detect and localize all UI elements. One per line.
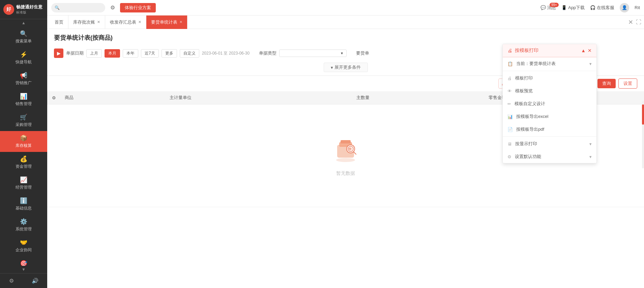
- dropdown-item-export-pdf[interactable]: 📄 按模板导出pdf: [503, 123, 596, 136]
- topbar-gear-btn[interactable]: ⚙: [108, 3, 117, 12]
- tab-order-stats[interactable]: 要货单统计表 ✕: [146, 15, 187, 29]
- order-goods-label: 要货单: [356, 50, 369, 56]
- print-dropdown-menu: 🖨 按模板打印 ▲ ✕ 📋 当前：要货单统计表 ▾ 🖨 模板打印 👁 模板预览 …: [502, 44, 597, 163]
- trial-industry-button[interactable]: 体验行业方案: [120, 3, 156, 12]
- dropdown-header-left: 🖨 按模板打印: [507, 47, 538, 54]
- dropdown-default-func[interactable]: ⚙ 设置默认功能 ▾: [503, 150, 596, 163]
- date-btn-last-month[interactable]: 上月: [86, 49, 102, 58]
- empty-state-text: 暂无数据: [336, 170, 355, 177]
- dropdown-template-print-icon: 🖨: [507, 76, 512, 81]
- expand-more-chevron-icon: ▾: [331, 65, 333, 70]
- dropdown-item-template-print[interactable]: 🖨 模板打印: [503, 72, 596, 85]
- app-title: 畅捷通好生意: [16, 4, 42, 10]
- sidebar-item-purchase[interactable]: 🛒 采购管理: [0, 110, 47, 131]
- dropdown-display-print-left: 🖥 按显示打印: [507, 141, 537, 147]
- dropdown-template-preview-icon: 👁: [507, 89, 512, 94]
- query-button[interactable]: 查询: [597, 79, 616, 88]
- sidebar-item-marketing[interactable]: 📢 营销推广: [0, 68, 47, 89]
- operations-icon: 📈: [20, 176, 27, 184]
- tab-home[interactable]: 首页: [50, 15, 68, 29]
- app-subtitle: 标准版: [16, 10, 42, 14]
- dropdown-export-pdf-label: 按模板导出pdf: [516, 126, 544, 132]
- topbar-search-box[interactable]: 🔍: [51, 3, 105, 12]
- sidebar-scroll-up[interactable]: ▲: [0, 19, 47, 27]
- sidebar-item-system[interactable]: ⚙️ 系统管理: [0, 215, 47, 235]
- dropdown-display-print[interactable]: 🖥 按显示打印 ▾: [503, 137, 596, 150]
- dropdown-close-icon[interactable]: ✕: [588, 48, 592, 53]
- sidebar-scroll-down[interactable]: ▼: [0, 266, 47, 273]
- dropdown-current-chevron: ▾: [589, 61, 592, 66]
- th-settings[interactable]: ⚙: [47, 91, 61, 104]
- sidebar-item-finance[interactable]: 💰 资金管理: [0, 152, 47, 173]
- topbar: 🔍 ⚙ 体验行业方案 💬 消息 99+ 📱 App下载 🎧 在线客服 👤 Rit: [47, 0, 644, 15]
- notification-btn[interactable]: 💬 消息 99+: [540, 5, 556, 11]
- sidebar-item-cooperation[interactable]: 🤝 企业协同: [0, 235, 47, 256]
- tab-inventory-batch-close[interactable]: ✕: [97, 20, 100, 24]
- settings-bottom-btn[interactable]: ⚙: [6, 276, 17, 285]
- dropdown-divider-2: [503, 136, 596, 137]
- sidebar-item-label: 资金管理: [16, 164, 32, 169]
- tabs-expand-btn[interactable]: ⛶: [636, 19, 641, 25]
- app-download-btn[interactable]: 📱 App下载: [561, 5, 585, 11]
- notification-badge: 99+: [550, 3, 559, 7]
- dropdown-collapse-icon[interactable]: ▲: [581, 48, 586, 53]
- sidebar-item-quick-nav[interactable]: ⚡ 快捷导航: [0, 47, 47, 68]
- dropdown-export-pdf-icon: 📄: [507, 127, 513, 132]
- audio-bottom-btn[interactable]: 🔊: [29, 276, 41, 285]
- sidebar-item-guide[interactable]: 🎯 新手引导: [0, 256, 47, 266]
- tab-inventory-batch[interactable]: 库存批次账 ✕: [68, 15, 105, 29]
- date-btn-this-month[interactable]: 本月: [105, 49, 120, 58]
- tab-receipts-summary[interactable]: 收发存汇总表 ✕: [105, 15, 146, 29]
- tab-receipts-summary-label: 收发存汇总表: [110, 19, 136, 25]
- dropdown-item-template-preview[interactable]: 👁 模板预览: [503, 85, 596, 97]
- sidebar-nav: 🔍 搜索菜单 ⚡ 快捷导航 📢 营销推广 📊 销售管理 🛒 采购管理 📦 库存核…: [0, 27, 47, 266]
- date-btn-custom[interactable]: 自定义: [180, 49, 199, 58]
- tab-home-label: 首页: [55, 19, 63, 25]
- date-btn-this-year[interactable]: 本年: [123, 49, 138, 58]
- dropdown-current-item[interactable]: 📋 当前：要货单统计表 ▾: [503, 57, 596, 70]
- svg-point-0: [336, 158, 355, 162]
- topbar-search-icon: 🔍: [55, 5, 60, 10]
- sales-icon: 📊: [20, 93, 27, 100]
- tab-order-stats-close[interactable]: ✕: [179, 20, 182, 24]
- topbar-left: 🔍 ⚙ 体验行业方案: [51, 3, 156, 12]
- online-service-btn[interactable]: 🎧 在线客服: [590, 5, 614, 11]
- sidebar-item-sales[interactable]: 📊 销售管理: [0, 89, 47, 110]
- settings-button[interactable]: 设置: [618, 78, 637, 89]
- tabs-close-all-btn[interactable]: ✕: [628, 19, 633, 26]
- guide-icon: 🎯: [20, 260, 27, 266]
- table-settings-icon[interactable]: ⚙: [52, 95, 56, 100]
- dropdown-header-right: ▲ ✕: [581, 48, 592, 53]
- sidebar-item-label: 企业协同: [16, 247, 32, 253]
- notification-icon: 💬: [540, 5, 546, 10]
- sidebar-item-operations[interactable]: 📈 经营管理: [0, 173, 47, 194]
- app-logo-icon: 好: [3, 4, 14, 15]
- expand-more-button[interactable]: ▾ 展开更多条件: [324, 63, 368, 72]
- date-range-text: 2023-06-01 至 2023-06-30: [202, 51, 250, 56]
- dropdown-default-func-left: ⚙ 设置默认功能: [507, 154, 541, 160]
- sidebar-item-label: 采购管理: [16, 122, 32, 128]
- scrollbar-indicator[interactable]: [642, 101, 644, 168]
- order-type-dropdown[interactable]: ▾: [279, 50, 347, 57]
- sidebar-item-inventory[interactable]: 📦 库存核算: [0, 131, 47, 152]
- sidebar-item-label: 经营管理: [16, 185, 32, 190]
- date-btn-more[interactable]: 更多: [162, 49, 177, 58]
- sidebar-item-base-info[interactable]: ℹ️ 基础信息: [0, 194, 47, 215]
- online-service-label: 在线客服: [597, 5, 614, 11]
- order-type-chevron: ▾: [341, 51, 343, 56]
- search-nav-icon: 🔍: [20, 30, 27, 37]
- dropdown-current-left: 📋 当前：要货单统计表: [507, 61, 556, 67]
- dropdown-item-export-excel[interactable]: 📊 按模板导出excel: [503, 110, 596, 123]
- dropdown-item-template-custom[interactable]: ✏ 模板自定义设计: [503, 97, 596, 110]
- sidebar-item-label: 搜索菜单: [16, 38, 32, 44]
- sidebar-item-search[interactable]: 🔍 搜索菜单: [0, 27, 47, 47]
- cooperation-icon: 🤝: [20, 239, 27, 246]
- sidebar-item-label: 快捷导航: [16, 59, 32, 65]
- tab-receipts-summary-close[interactable]: ✕: [138, 20, 141, 24]
- user-avatar[interactable]: 👤: [620, 3, 629, 12]
- dropdown-default-func-label: 设置默认功能: [515, 154, 541, 160]
- filter-expand-icon[interactable]: ▶: [54, 49, 63, 58]
- dropdown-template-custom-icon: ✏: [507, 101, 511, 106]
- tab-order-stats-label: 要货单统计表: [151, 19, 177, 25]
- date-btn-7days[interactable]: 近7天: [141, 49, 159, 58]
